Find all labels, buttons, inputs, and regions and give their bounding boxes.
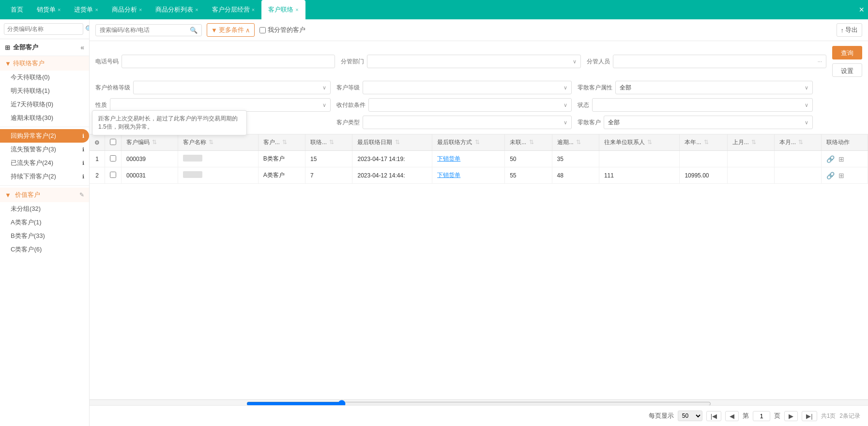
page-number-input[interactable] xyxy=(753,411,770,421)
phone-input[interactable] xyxy=(122,55,335,68)
th-overdue[interactable]: 逾期... ⇅ xyxy=(552,134,599,151)
sidebar-item-today[interactable]: 今天待联络(0) xyxy=(0,71,89,84)
nature-input[interactable]: ∨ xyxy=(110,98,331,112)
th-name[interactable]: 客户名称 ⇅ xyxy=(178,134,258,151)
th-code[interactable]: 客户编码 ⇅ xyxy=(122,134,178,151)
sidebar-item-7days[interactable]: 近7天待联络(0) xyxy=(0,98,89,111)
next-page-btn[interactable]: ▶ xyxy=(784,411,798,421)
customer-type-input[interactable]: ∨ xyxy=(363,116,572,129)
th-current-year[interactable]: 本年... ⇅ xyxy=(680,134,727,151)
retail-attr-input[interactable]: 全部 ∨ xyxy=(615,81,813,94)
filter-search-input[interactable] xyxy=(100,27,188,33)
filter-bar: 🔍 ▼ 更多条件 ∧ 我分管的客户 ↑ 导出 xyxy=(90,19,868,41)
th-current-month[interactable]: 本月... ⇅ xyxy=(775,134,822,151)
row1-link-icon[interactable]: 🔗 xyxy=(826,155,835,163)
row2-checkbox-input[interactable] xyxy=(110,172,116,178)
nav-home[interactable]: 首页 xyxy=(4,0,30,19)
sidebar-item-c-class[interactable]: C类客户(6) xyxy=(0,243,89,256)
horizontal-scrollbar[interactable] xyxy=(90,399,868,405)
manager-input[interactable]: ··· xyxy=(613,55,826,68)
sidebar-group-value[interactable]: ▼ 价值客户 ✎ xyxy=(0,188,89,202)
nav-sales[interactable]: 销货单 × xyxy=(30,0,67,19)
sidebar-list: ▼ 待联络客户 今天待联络(0) 明天待联络(1) 近7天待联络(0) 逾期未联… xyxy=(0,56,89,426)
th-last-contact-method[interactable]: 最后联络方式 ⇅ xyxy=(432,134,505,151)
row2-name-blur xyxy=(183,171,202,178)
payment-input[interactable]: ∨ xyxy=(368,98,572,112)
sidebar-item-a-class[interactable]: A类客户(1) xyxy=(0,216,89,229)
prev-page-btn[interactable]: ◀ xyxy=(725,411,739,421)
sidebar-item-ungroup[interactable]: 未分组(32) xyxy=(0,202,89,216)
nav-analysis-list[interactable]: 商品分析列表 × xyxy=(149,0,205,19)
nav-customer-contact[interactable]: 客户联络 × xyxy=(261,0,305,19)
more-conditions-btn[interactable]: ▼ 更多条件 ∧ xyxy=(207,23,255,37)
export-btn[interactable]: ↑ 导出 xyxy=(837,23,863,37)
nav-purchase[interactable]: 进货单 × xyxy=(67,0,105,19)
sidebar-item-churned[interactable]: 已流失客户(24) ℹ xyxy=(0,156,89,170)
edit-icon[interactable]: ✎ xyxy=(79,191,84,198)
th-actions-label: 联络动作 xyxy=(826,139,850,146)
nav-analysis-list-close[interactable]: × xyxy=(195,7,198,13)
sidebar-item-b-class[interactable]: B类客户(33) xyxy=(0,229,89,243)
sidebar-item-churn-warning[interactable]: 流失预警客户(3) ℹ xyxy=(0,143,89,156)
row2-unpaid: 55 xyxy=(505,167,552,184)
th-last-contact-date[interactable]: 最后联络日期 ⇅ xyxy=(352,134,432,151)
filter-search-icon[interactable]: 🔍 xyxy=(190,27,198,34)
row2-last-method[interactable]: 下销货单 xyxy=(432,167,505,184)
first-page-btn[interactable]: |◀ xyxy=(706,411,721,421)
query-btn[interactable]: 查询 xyxy=(832,46,862,59)
retail-input[interactable]: 全部 ∨ xyxy=(604,116,813,129)
setting-btn[interactable]: 设置 xyxy=(832,63,862,77)
nav-analysis[interactable]: 商品分析 × xyxy=(105,0,149,19)
th-settings[interactable]: ⚙ xyxy=(90,134,105,151)
my-customers-checkbox[interactable] xyxy=(259,27,266,33)
select-all-checkbox[interactable] xyxy=(110,139,116,145)
status-input[interactable]: ∨ xyxy=(592,98,813,112)
field-payment: 收付款条件 ∨ xyxy=(336,98,572,112)
th-contact-person[interactable]: 往来单位联系人 ⇅ xyxy=(599,134,680,151)
sidebar-item-overdue[interactable]: 逾期未联络(30) xyxy=(0,111,89,125)
row2-current-year: 10995.00 xyxy=(680,167,727,184)
row1-grid-icon[interactable]: ⊞ xyxy=(838,155,844,163)
nav-customer-contact-close[interactable]: × xyxy=(295,7,298,13)
caret-icon: ∧ xyxy=(245,27,250,34)
nav-analysis-close[interactable]: × xyxy=(139,7,142,13)
th-unpaid[interactable]: 未联... ⇅ xyxy=(505,134,552,151)
row2-grid-icon[interactable]: ⊞ xyxy=(838,172,844,179)
nav-customer-segment-close[interactable]: × xyxy=(252,7,255,13)
row1-checkbox-input[interactable] xyxy=(110,155,116,162)
data-table: ⚙ 客户编码 ⇅ 客户名称 ⇅ 客户... xyxy=(90,134,868,184)
manager-dots-icon: ··· xyxy=(818,59,822,64)
field-phone: 电话号码 xyxy=(95,55,335,68)
th-contact-count[interactable]: 联络... ⇅ xyxy=(305,134,352,151)
last-page-btn[interactable]: ▶| xyxy=(802,411,817,421)
retail-label: 零散客户 xyxy=(578,118,601,127)
customer-level-input[interactable]: ∨ xyxy=(363,81,572,94)
sidebar-search-icon[interactable]: 🔍 xyxy=(85,25,90,33)
row1-actions: 🔗 ⊞ xyxy=(822,151,868,167)
table-header-row: ⚙ 客户编码 ⇅ 客户名称 ⇅ 客户... xyxy=(90,134,868,151)
row1-action-icons: 🔗 ⊞ xyxy=(826,155,863,163)
sidebar-item-anomaly[interactable]: 回购异常客户(2) ℹ xyxy=(0,129,89,143)
close-all-btn[interactable]: × xyxy=(859,5,864,15)
sidebar-collapse-btn[interactable]: « xyxy=(80,44,84,51)
sidebar-item-declining[interactable]: 持续下滑客户(2) ℹ xyxy=(0,170,89,183)
nav-purchase-close[interactable]: × xyxy=(95,7,98,13)
th-last-month[interactable]: 上月... ⇅ xyxy=(727,134,774,151)
row2-overdue: 48 xyxy=(552,167,599,184)
price-level-input[interactable]: ∨ xyxy=(133,81,331,94)
row1-current-year xyxy=(680,151,727,167)
sidebar-item-tomorrow[interactable]: 明天待联络(1) xyxy=(0,84,89,98)
th-customer-type[interactable]: 客户... ⇅ xyxy=(258,134,305,151)
per-page-select[interactable]: 50 100 200 xyxy=(678,411,702,421)
dept-input[interactable]: ∨ xyxy=(367,55,580,68)
row1-last-method[interactable]: 下销货单 xyxy=(432,151,505,167)
nav-customer-segment[interactable]: 客户分层经营 × xyxy=(205,0,261,19)
my-customers-filter[interactable]: 我分管的客户 xyxy=(259,26,305,34)
status-caret: ∨ xyxy=(805,102,808,108)
nav-sales-close[interactable]: × xyxy=(58,7,61,13)
sidebar-group-pending[interactable]: ▼ 待联络客户 xyxy=(0,56,89,71)
sidebar-search-input[interactable] xyxy=(4,23,83,35)
th-code-label: 客户编码 xyxy=(126,139,150,146)
row2-customer-type: A类客户 xyxy=(258,167,305,184)
row2-link-icon[interactable]: 🔗 xyxy=(826,172,835,179)
